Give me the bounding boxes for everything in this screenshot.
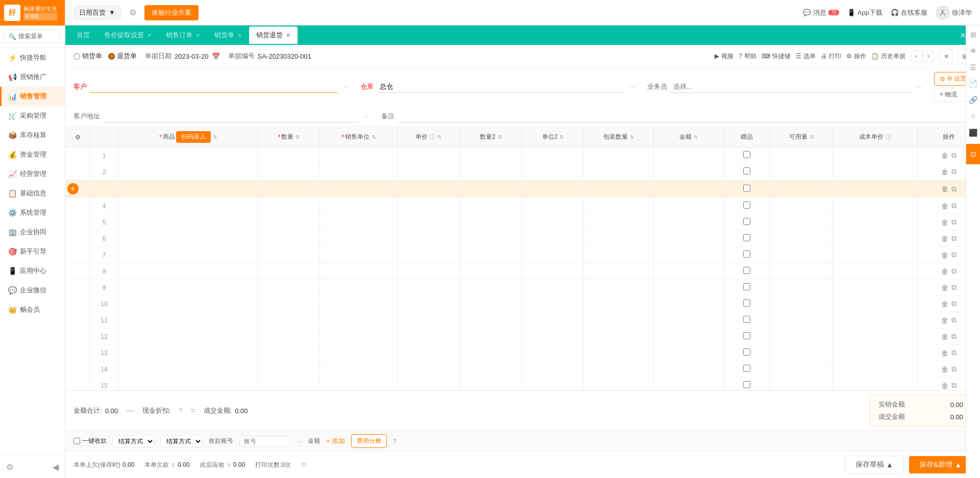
- tab-sale-price[interactable]: 售价提取设置 ✕: [97, 27, 159, 44]
- delete-row-icon[interactable]: 🗑: [941, 251, 948, 259]
- copy-row-icon[interactable]: ⧉: [951, 167, 957, 176]
- copy-row-icon[interactable]: ⧉: [951, 348, 957, 357]
- copy-row-icon[interactable]: ⧉: [951, 381, 957, 390]
- radio-return-label[interactable]: 退货单: [108, 52, 137, 61]
- row-qty2-cell[interactable]: [460, 164, 522, 180]
- row-gift-checkbox-active[interactable]: [743, 185, 750, 192]
- sidebar-item-system-mgmt[interactable]: ⚙️ 系统管理: [0, 203, 65, 222]
- help-button[interactable]: ? 帮助: [739, 52, 756, 61]
- select-button[interactable]: ☰ 选单: [796, 52, 816, 61]
- row-gift-cell[interactable]: [724, 164, 770, 180]
- operate-button[interactable]: ⚙ 操作: [846, 52, 866, 61]
- delete-row-icon[interactable]: 🗑: [941, 365, 948, 373]
- save-draft-button[interactable]: 保存草稿 ▲: [845, 456, 904, 474]
- row-amount-cell[interactable]: [654, 164, 724, 180]
- row-gift-checkbox[interactable]: [743, 348, 750, 356]
- row-gift-checkbox[interactable]: [743, 218, 750, 225]
- delete-row-icon[interactable]: 🗑: [941, 333, 948, 341]
- row-costprice-cell[interactable]: [832, 147, 917, 164]
- unit2-sort-icon[interactable]: ⇅: [559, 134, 564, 140]
- right-panel-icon-4[interactable]: 📄: [968, 79, 978, 89]
- row-gift-cell[interactable]: [724, 180, 770, 198]
- row-price-cell[interactable]: [398, 147, 460, 164]
- row-unit2-cell[interactable]: [522, 147, 584, 164]
- salesperson-expand-icon[interactable]: ···: [917, 83, 922, 90]
- salesperson-input[interactable]: [670, 81, 912, 93]
- warehouse-expand-icon[interactable]: ···: [630, 83, 635, 90]
- online-service-item[interactable]: 🎧 在线客服: [891, 8, 927, 17]
- expense-split-button[interactable]: 费用分摊: [351, 434, 387, 448]
- radio-return-input[interactable]: [108, 53, 115, 60]
- row-price-cell[interactable]: [398, 164, 460, 180]
- row-avail-cell[interactable]: [770, 147, 832, 164]
- sidebar-item-enterprise[interactable]: 🏢 企业协同: [0, 222, 65, 242]
- amount-sort-icon[interactable]: ⇅: [694, 134, 698, 140]
- sidebar-collapse-button[interactable]: ◀: [51, 460, 61, 474]
- product-sort-icon[interactable]: ⇅: [213, 134, 217, 140]
- copy-row-icon[interactable]: ⧉: [951, 299, 957, 308]
- scan-input-button[interactable]: 扫码录入: [176, 131, 211, 143]
- row-amount-cell[interactable]: [654, 147, 724, 164]
- avail-sort-icon[interactable]: ⇅: [810, 134, 814, 140]
- row-gift-checkbox[interactable]: [743, 365, 750, 372]
- copy-row-icon[interactable]: ⧉: [951, 234, 957, 243]
- customer-input[interactable]: [90, 81, 338, 93]
- prev-doc-button[interactable]: ‹: [911, 51, 922, 62]
- row-gift-checkbox[interactable]: [743, 283, 750, 290]
- product-input-active[interactable]: [120, 185, 256, 193]
- payment-help-icon[interactable]: ?: [393, 437, 397, 445]
- row-product-cell[interactable]: [118, 164, 258, 180]
- tab-sale-price-close-icon[interactable]: ✕: [147, 32, 152, 39]
- tab-sale-return[interactable]: 销货退货 ✕: [249, 27, 298, 44]
- row-costprice-cell[interactable]: [832, 180, 917, 198]
- customer-expand-icon[interactable]: ···: [343, 83, 348, 90]
- copy-row-icon[interactable]: ⧉: [951, 202, 957, 210]
- qty-sort-icon[interactable]: ⇅: [296, 134, 300, 140]
- price-info-icon[interactable]: ⓘ: [430, 133, 435, 141]
- delete-row-icon[interactable]: 🗑: [941, 168, 948, 176]
- add-row-button[interactable]: +: [67, 183, 79, 194]
- row-avail-cell[interactable]: [770, 180, 832, 198]
- status-sup-3[interactable]: ①: [227, 462, 231, 468]
- sidebar-item-member[interactable]: 👑 畅会员: [0, 300, 65, 319]
- delete-row-icon[interactable]: 🗑: [941, 267, 948, 275]
- next-doc-button[interactable]: ›: [923, 51, 934, 62]
- row-saleunit-cell[interactable]: [320, 147, 398, 164]
- row-saleunit-cell[interactable]: [320, 164, 398, 180]
- tab-sale-order-close-icon[interactable]: ✕: [195, 32, 200, 39]
- copy-row-icon[interactable]: ⧉: [951, 316, 957, 324]
- copy-row-icon[interactable]: ⧉: [951, 332, 957, 341]
- delete-row-icon[interactable]: 🗑: [941, 202, 948, 210]
- one-click-payment-label[interactable]: 一键收款: [74, 437, 107, 445]
- tab-sale-delivery-close-icon[interactable]: ✕: [237, 32, 242, 39]
- row-unit2-cell[interactable]: [522, 180, 584, 198]
- row-gift-checkbox[interactable]: [743, 167, 750, 174]
- sidebar-item-inventory[interactable]: 📦 库存核算: [0, 125, 65, 145]
- delete-row-icon[interactable]: 🗑: [941, 349, 948, 357]
- history-button[interactable]: 📋 历史单据: [871, 52, 905, 61]
- row-gift-cell[interactable]: [724, 147, 770, 164]
- row-qty-cell[interactable]: [258, 147, 320, 164]
- radio-sale-input[interactable]: [74, 53, 80, 60]
- delete-row-icon[interactable]: 🗑: [941, 316, 948, 324]
- sidebar-item-basic-info[interactable]: 📋 基础信息: [0, 184, 65, 203]
- status-sup-2[interactable]: ①: [171, 462, 176, 468]
- row-gift-checkbox[interactable]: [743, 381, 750, 388]
- copy-row-icon[interactable]: ⧉: [951, 365, 957, 373]
- shortcut-button[interactable]: ⌨ 快捷键: [762, 52, 791, 61]
- row-qty2-cell[interactable]: [460, 147, 522, 164]
- right-panel-icon-3[interactable]: ☰: [968, 62, 978, 72]
- sidebar-item-app-center[interactable]: 📱 应用中心: [0, 261, 65, 281]
- delete-row-icon[interactable]: 🗑: [941, 185, 948, 193]
- sidebar-search-area[interactable]: 🔍 搜索菜单: [0, 26, 65, 48]
- sidebar-item-quick-nav[interactable]: ⚡ 快捷导航: [0, 48, 65, 67]
- notification-item[interactable]: 💬 消息 70: [803, 8, 839, 17]
- help-calc-icon[interactable]: ?: [179, 407, 183, 414]
- row-qty-cell[interactable]: [258, 164, 320, 180]
- account-input[interactable]: [239, 436, 290, 447]
- industry-dropdown[interactable]: 日用百货 ▼: [74, 6, 121, 20]
- row-product-cell[interactable]: [118, 147, 258, 164]
- row-gift-checkbox[interactable]: [743, 299, 750, 307]
- row-avail-cell[interactable]: [770, 164, 832, 180]
- tab-sale-delivery[interactable]: 销货单 ✕: [207, 27, 249, 44]
